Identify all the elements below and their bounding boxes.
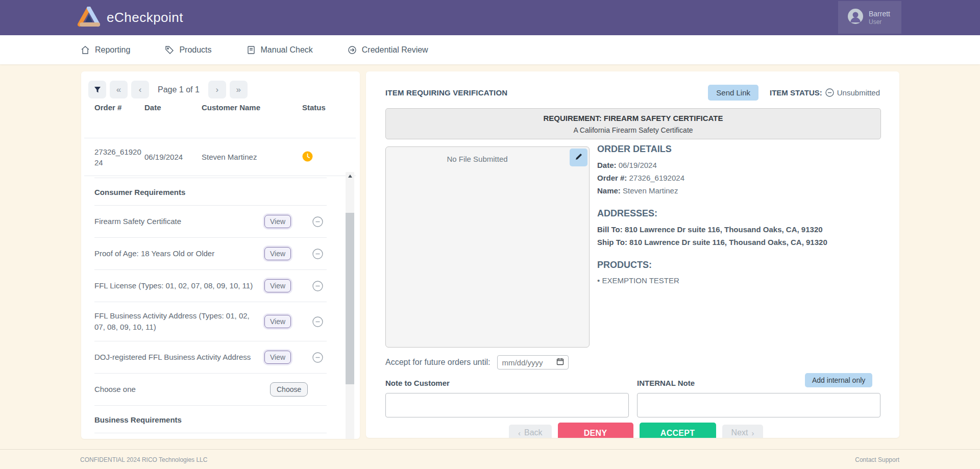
unsubmitted-minus-circle-icon <box>825 88 834 97</box>
pencil-icon <box>575 153 583 162</box>
brand-name: eCheckpoint <box>107 10 183 26</box>
minus-circle-icon <box>312 352 323 363</box>
main-nav: Reporting Products Manual Check Credenti… <box>0 35 980 64</box>
requirement-label: Firearm Safety Certificate <box>94 216 258 227</box>
last-page-button[interactable]: » <box>230 81 248 98</box>
requirements-list: Consumer Requirements Firearm Safety Cer… <box>94 178 327 433</box>
status-pending-clock-icon <box>302 151 327 163</box>
app-footer: CONFIDENTIAL 2024 RICO Technologies LLC … <box>0 449 980 469</box>
scrollbar-thumb[interactable] <box>346 213 354 384</box>
item-status-value: Unsubmitted <box>837 88 880 97</box>
next-button[interactable]: Next › <box>722 425 764 438</box>
note-to-customer-label: Note to Customer <box>385 379 450 387</box>
bill-to-line: Bill To: 810 Lawrence Dr suite 116, Thou… <box>597 223 881 236</box>
view-button[interactable]: View <box>264 215 291 228</box>
view-button[interactable]: View <box>264 247 291 260</box>
order-table-row[interactable]: 27326_6192024 06/19/2024 Steven Martinez <box>84 138 356 176</box>
ship-to-line: Ship To: 810 Lawrence Dr suite 116, Thou… <box>597 236 881 249</box>
orders-panel: « ‹ Page 1 of 1 › » Order # Date Custome… <box>81 71 360 439</box>
view-button[interactable]: View <box>264 351 291 364</box>
scrollbar-up-arrow[interactable] <box>346 172 354 180</box>
orders-table-header: Order # Date Customer Name Status <box>94 103 327 112</box>
order-number-line: Order #: 27326_6192024 <box>597 171 881 184</box>
arrow-circle-icon <box>348 45 357 55</box>
bullet-icon: • <box>597 276 600 285</box>
calendar-icon <box>556 358 564 367</box>
minus-circle-icon <box>312 216 323 227</box>
prev-page-button[interactable]: ‹ <box>131 81 149 98</box>
user-avatar-icon <box>847 8 864 27</box>
requirement-banner-title: REQUIREMENT: FIREARM SAFETY CERTIFICATE <box>544 114 723 122</box>
first-page-button[interactable]: « <box>110 81 128 98</box>
edit-file-button[interactable] <box>570 149 587 166</box>
verification-panel: ITEM REQUIRING VERIFICATION Send Link IT… <box>366 71 899 438</box>
chevron-left-icon: ‹ <box>518 429 521 437</box>
column-header-status: Status <box>302 103 327 112</box>
future-accept-row: Accept for future orders until: mm/dd/yy… <box>385 355 569 369</box>
page-indicator: Page 1 of 1 <box>153 85 205 94</box>
filter-button[interactable] <box>88 81 106 98</box>
requirement-label: FFL License (Types: 01, 02, 07, 08, 09, … <box>94 280 258 291</box>
deny-button[interactable]: DENY <box>558 423 633 438</box>
requirement-banner-subtitle: A California Firearm Safety Certificate <box>573 126 693 134</box>
nav-item-manual-check[interactable]: Manual Check <box>247 45 313 55</box>
minus-circle-icon <box>312 316 323 327</box>
nav-label: Credential Review <box>362 45 428 55</box>
nav-label: Products <box>179 45 211 55</box>
nav-label: Reporting <box>95 45 130 55</box>
tag-icon <box>165 45 174 55</box>
requirement-label: Proof of Age: 18 Years Old or Older <box>94 248 258 259</box>
nav-item-reporting[interactable]: Reporting <box>81 45 130 55</box>
internal-note-label: INTERNAL Note <box>637 379 695 387</box>
requirement-label: Choose one <box>94 384 258 395</box>
footer-confidential-text: CONFIDENTIAL 2024 RICO Technologies LLC <box>80 456 207 463</box>
order-details-column: ORDER DETAILS Date: 06/19/2024 Order #: … <box>597 144 881 287</box>
section-title-consumer-requirements: Consumer Requirements <box>94 178 327 205</box>
minus-circle-icon <box>312 281 323 291</box>
requirement-row: FFL License (Types: 01, 02, 07, 08, 09, … <box>94 270 327 302</box>
send-link-button[interactable]: Send Link <box>708 85 758 101</box>
verification-title: ITEM REQUIRING VERIFICATION <box>385 88 507 97</box>
chevron-right-icon: › <box>751 429 754 437</box>
accept-button[interactable]: ACCEPT <box>640 423 716 438</box>
next-page-button[interactable]: › <box>208 81 226 98</box>
add-internal-only-button[interactable]: Add internal only <box>805 373 872 387</box>
section-title-business-requirements: Business Requirements <box>94 406 327 433</box>
contact-support-link[interactable]: Contact Support <box>855 456 899 463</box>
requirement-row: Choose one Choose <box>94 374 327 405</box>
user-name: Barrett <box>869 10 890 18</box>
nav-item-products[interactable]: Products <box>165 45 211 55</box>
addresses-heading: ADDRESSES: <box>597 208 881 219</box>
logo-triangle-icon <box>78 7 100 29</box>
requirement-row: DOJ-registered FFL Business Activity Add… <box>94 341 327 373</box>
submitted-file-box: No File Submitted <box>385 146 590 348</box>
future-accept-date-input[interactable]: mm/dd/yyyy <box>497 355 569 369</box>
choose-button[interactable]: Choose <box>270 382 308 397</box>
requirement-row: Proof of Age: 18 Years Old or Older View <box>94 238 327 269</box>
requirement-row: Firearm Safety Certificate View <box>94 206 327 237</box>
actions-row: ‹ Back DENY ACCEPT Next › <box>509 423 763 438</box>
notes-labels-row: Note to Customer INTERNAL Note Add inter… <box>385 379 880 387</box>
view-button[interactable]: View <box>264 279 291 292</box>
order-name-line: Name: Steven Martinez <box>597 184 881 197</box>
user-role: User <box>869 18 890 26</box>
order-number: 27326_6192024 <box>94 146 144 168</box>
user-menu[interactable]: Barrett User <box>838 1 901 34</box>
nav-item-credential-review[interactable]: Credential Review <box>348 45 428 55</box>
requirement-row: FFL Business Activity Address (Types: 01… <box>94 302 327 341</box>
order-customer: Steven Martinez <box>202 153 302 161</box>
view-button[interactable]: View <box>264 315 291 328</box>
requirement-label: DOJ-registered FFL Business Activity Add… <box>94 352 258 363</box>
future-accept-label: Accept for future orders until: <box>385 358 490 367</box>
note-to-customer-textarea[interactable] <box>385 393 629 417</box>
requirement-label: FFL Business Activity Address (Types: 01… <box>94 310 258 333</box>
column-header-order: Order # <box>94 103 144 112</box>
order-date-line: Date: 06/19/2024 <box>597 159 881 171</box>
products-heading: PRODUCTS: <box>597 260 881 270</box>
column-header-customer: Customer Name <box>202 103 302 112</box>
no-file-text: No File Submitted <box>386 155 569 163</box>
item-status-label: ITEM STATUS: <box>770 88 822 97</box>
internal-note-textarea[interactable] <box>637 393 880 417</box>
back-button[interactable]: ‹ Back <box>509 425 552 438</box>
app-header: eCheckpoint Barrett User <box>0 0 980 35</box>
